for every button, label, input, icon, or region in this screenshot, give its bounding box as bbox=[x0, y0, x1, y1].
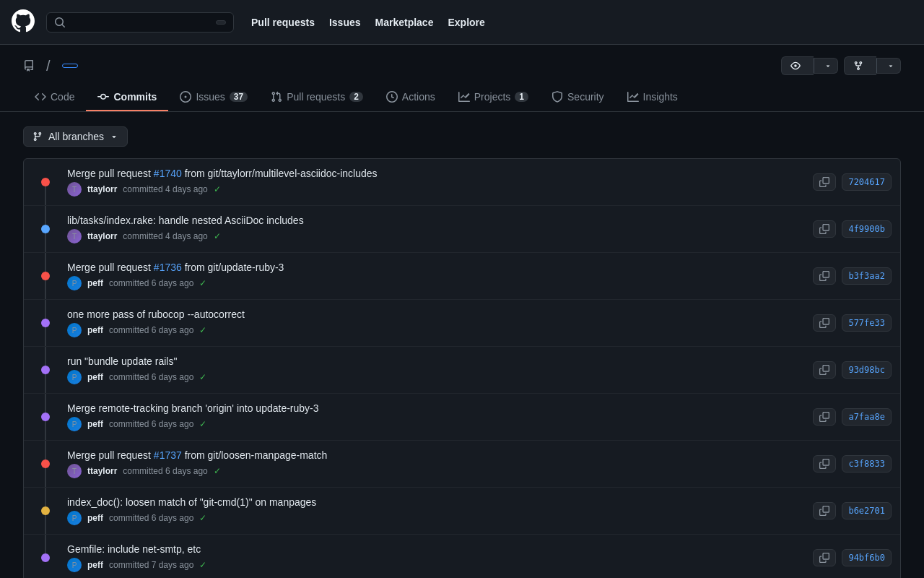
commit-body: index_doc(): loosen match of "git-cmd(1)… bbox=[67, 488, 804, 534]
commit-message: Merge pull request #1736 from git/update… bbox=[67, 262, 796, 273]
commit-actions: 93d98bc bbox=[804, 347, 900, 393]
commit-text: Merge remote-tracking branch 'origin' in… bbox=[67, 402, 319, 414]
tab-code[interactable]: Code bbox=[23, 84, 86, 111]
watch-group bbox=[781, 56, 838, 75]
commit-message: Merge remote-tracking branch 'origin' in… bbox=[67, 402, 796, 414]
nav-explore[interactable]: Explore bbox=[448, 17, 484, 28]
commit-timeline bbox=[24, 535, 67, 578]
copy-hash-button[interactable] bbox=[813, 220, 836, 238]
repo-actions bbox=[781, 56, 901, 75]
branch-select[interactable]: All branches bbox=[23, 126, 128, 147]
commit-timeline bbox=[24, 300, 67, 346]
topnav: Pull requests Issues Marketplace Explore bbox=[0, 0, 924, 45]
commit-author: ttaylorr bbox=[87, 466, 117, 476]
copy-hash-button[interactable] bbox=[813, 502, 836, 519]
commit-hash-link[interactable]: 7204617 bbox=[842, 173, 892, 191]
watch-count[interactable] bbox=[814, 58, 838, 74]
fork-count[interactable] bbox=[876, 58, 901, 74]
nav-issues[interactable]: Issues bbox=[329, 17, 361, 28]
copy-hash-button[interactable] bbox=[813, 361, 836, 379]
copy-hash-button[interactable] bbox=[813, 549, 836, 566]
watch-button[interactable] bbox=[781, 56, 814, 75]
page-content: All branches Merge pull request #1740 fr… bbox=[0, 112, 924, 578]
commit-body: lib/tasks/index.rake: handle nested Asci… bbox=[67, 206, 804, 252]
verified-icon: ✓ bbox=[199, 278, 206, 288]
commit-actions: 94bf6b0 bbox=[804, 535, 900, 578]
copy-hash-button[interactable] bbox=[813, 267, 836, 285]
nav-marketplace[interactable]: Marketplace bbox=[375, 17, 434, 28]
commit-text: run "bundle update rails" bbox=[67, 355, 177, 367]
nav-pull-requests[interactable]: Pull requests bbox=[251, 17, 315, 28]
visibility-badge bbox=[62, 64, 78, 68]
avatar: P bbox=[67, 370, 82, 384]
commit-hash-link[interactable]: b3f3aa2 bbox=[842, 267, 892, 285]
search-kbd bbox=[216, 20, 226, 25]
tab-projects[interactable]: Projects 1 bbox=[447, 84, 540, 111]
verified-icon: ✓ bbox=[214, 231, 221, 241]
commit-hash-link[interactable]: c3f8833 bbox=[842, 455, 892, 473]
commit-hash-link[interactable]: b6e2701 bbox=[842, 502, 892, 519]
tab-issues[interactable]: Issues 37 bbox=[168, 84, 259, 111]
commit-timeline bbox=[24, 394, 67, 440]
commit-hash-link[interactable]: 93d98bc bbox=[842, 361, 892, 379]
commit-text: Gemfile: include net-smtp, etc bbox=[67, 543, 201, 555]
tab-security[interactable]: Security bbox=[540, 84, 616, 111]
commit-author: peff bbox=[87, 325, 103, 335]
copy-hash-button[interactable] bbox=[813, 408, 836, 426]
tab-actions[interactable]: Actions bbox=[375, 84, 447, 111]
commit-row: Gemfile: include net-smtp, etc P peff co… bbox=[24, 535, 900, 578]
tab-commits[interactable]: Commits bbox=[86, 84, 168, 111]
commit-text: lib/tasks/index.rake: handle nested Asci… bbox=[67, 215, 304, 226]
commit-time: committed 7 days ago bbox=[109, 560, 193, 570]
commit-author: peff bbox=[87, 278, 103, 288]
commit-hash-link[interactable]: 94bf6b0 bbox=[842, 549, 892, 566]
commit-message: Gemfile: include net-smtp, etc bbox=[67, 543, 796, 555]
commit-hash-link[interactable]: 4f9900b bbox=[842, 220, 892, 238]
commit-message: Merge pull request #1737 from git/loosen… bbox=[67, 449, 796, 461]
commit-author: ttaylorr bbox=[87, 231, 117, 241]
commit-meta: P peff committed 6 days ago ✓ bbox=[67, 370, 796, 384]
fork-button[interactable] bbox=[844, 56, 876, 75]
commit-body: Gemfile: include net-smtp, etc P peff co… bbox=[67, 535, 804, 578]
verified-icon: ✓ bbox=[214, 466, 221, 476]
repo-header: / bbox=[0, 45, 924, 112]
commit-message: one more pass of rubocop --autocorrect bbox=[67, 309, 796, 320]
commit-row: index_doc(): loosen match of "git-cmd(1)… bbox=[24, 488, 900, 535]
commit-hash-link[interactable]: a7faa8e bbox=[842, 408, 892, 426]
commit-timeline bbox=[24, 206, 67, 252]
copy-hash-button[interactable] bbox=[813, 455, 836, 473]
copy-hash-button[interactable] bbox=[813, 173, 836, 191]
commit-author: peff bbox=[87, 513, 103, 523]
commit-message: Merge pull request #1740 from git/ttaylo… bbox=[67, 168, 796, 179]
tab-pull-requests[interactable]: Pull requests 2 bbox=[259, 84, 375, 111]
commit-message: run "bundle update rails" bbox=[67, 355, 796, 367]
commit-time: committed 6 days ago bbox=[109, 513, 193, 523]
commit-body: Merge pull request #1740 from git/ttaylo… bbox=[67, 159, 804, 205]
commit-row: Merge pull request #1740 from git/ttaylo… bbox=[24, 159, 900, 206]
commit-text: one more pass of rubocop --autocorrect bbox=[67, 309, 245, 320]
commit-body: Merge pull request #1736 from git/update… bbox=[67, 253, 804, 299]
commit-actions: c3f8833 bbox=[804, 441, 900, 487]
commit-hash-link[interactable]: 577fe33 bbox=[842, 314, 892, 332]
verified-icon: ✓ bbox=[199, 372, 206, 382]
commit-message: index_doc(): loosen match of "git-cmd(1)… bbox=[67, 496, 796, 508]
commit-author: peff bbox=[87, 372, 103, 382]
issues-badge: 37 bbox=[230, 92, 248, 102]
commit-timeline bbox=[24, 159, 67, 205]
commit-time: committed 4 days ago bbox=[123, 184, 207, 194]
pr-link[interactable]: #1736 bbox=[154, 262, 182, 273]
commit-row: Merge remote-tracking branch 'origin' in… bbox=[24, 394, 900, 441]
avatar: P bbox=[67, 511, 82, 525]
commit-actions: 7204617 bbox=[804, 159, 900, 205]
commit-author: peff bbox=[87, 560, 103, 570]
commits-toolbar: All branches bbox=[23, 126, 901, 147]
pr-link[interactable]: #1737 bbox=[154, 449, 182, 461]
tab-insights[interactable]: Insights bbox=[616, 84, 689, 111]
commit-message: lib/tasks/index.rake: handle nested Asci… bbox=[67, 215, 796, 226]
pr-link[interactable]: #1740 bbox=[154, 168, 182, 179]
commit-actions: a7faa8e bbox=[804, 394, 900, 440]
copy-hash-button[interactable] bbox=[813, 314, 836, 332]
avatar: P bbox=[67, 417, 82, 431]
search-bar[interactable] bbox=[46, 12, 234, 33]
github-logo[interactable] bbox=[12, 9, 35, 35]
